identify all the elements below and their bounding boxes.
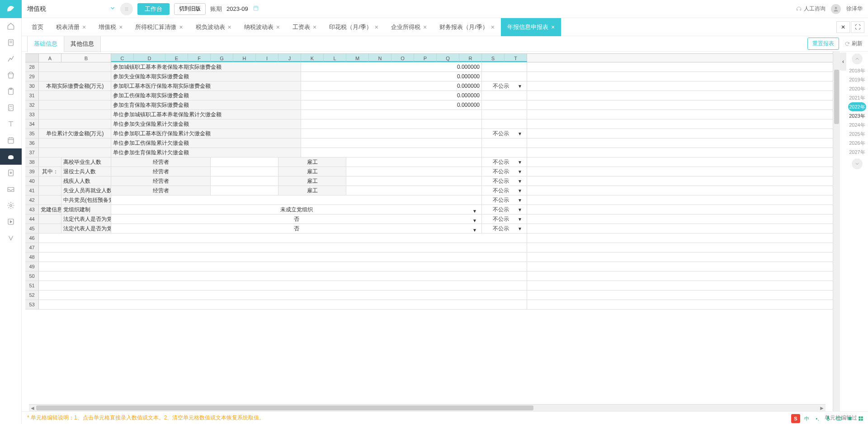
year-2020年[interactable]: 2020年 (848, 84, 866, 93)
tab-close-icon[interactable]: × (276, 24, 280, 31)
cell[interactable] (39, 195, 61, 205)
cell[interactable]: 不公示 ▼ (482, 157, 527, 167)
cell[interactable] (346, 186, 482, 195)
cell[interactable]: 0.000000 (301, 91, 482, 100)
list-icon[interactable] (120, 3, 133, 15)
cell[interactable] (346, 157, 482, 167)
nav-settings-icon[interactable] (0, 197, 22, 214)
col-header-F[interactable]: F (188, 54, 211, 62)
cell[interactable] (482, 100, 527, 110)
cell[interactable]: 雇工 (278, 157, 346, 167)
row-header[interactable]: 28 (25, 62, 39, 71)
cell[interactable]: 不公示 ▼ (482, 205, 527, 214)
col-header-Q[interactable]: Q (437, 54, 459, 62)
cell[interactable]: 高校毕业生人数 (61, 157, 111, 167)
col-header-O[interactable]: O (392, 54, 414, 62)
year-2026年[interactable]: 2026年 (848, 138, 866, 148)
cell[interactable] (39, 100, 111, 110)
row-header[interactable]: 34 (25, 119, 39, 129)
subtab-basic[interactable]: 基础信息 (27, 36, 64, 52)
horizontal-scrollbar[interactable]: ◄ ► (29, 404, 826, 411)
cell[interactable] (346, 167, 482, 176)
cell[interactable]: 残疾人人数 (61, 176, 111, 186)
cell[interactable]: 失业人员再就业人数 (61, 186, 111, 195)
cell[interactable] (301, 138, 482, 148)
ime-mic-icon[interactable] (824, 414, 833, 423)
cell[interactable] (39, 252, 527, 262)
cell[interactable]: 单位参加职工基本医疗保险累计欠缴金额 (111, 129, 301, 138)
cell[interactable] (482, 62, 527, 71)
nav-clipboard-icon[interactable] (0, 83, 22, 100)
nav-text-icon[interactable] (0, 116, 22, 132)
cell[interactable] (482, 119, 527, 129)
switch-old-button[interactable]: 切到旧版 (174, 3, 206, 15)
cell[interactable] (482, 91, 527, 100)
tab-8[interactable]: 企业所得税× (385, 18, 433, 36)
cell[interactable]: 不公示 ▼ (482, 176, 527, 186)
col-header-T[interactable]: T (505, 54, 527, 62)
row-header[interactable]: 47 (25, 243, 39, 252)
cell[interactable]: 参加职工基本医疗保险本期实际缴费金额 (111, 81, 301, 91)
tab-close-icon[interactable]: × (179, 24, 183, 31)
row-header[interactable]: 46 (25, 233, 39, 243)
row-header[interactable]: 48 (25, 252, 39, 262)
cell[interactable] (39, 91, 111, 100)
row-header[interactable]: 53 (25, 300, 39, 309)
year-2024年[interactable]: 2024年 (848, 120, 866, 129)
cell[interactable]: 参加失业保险本期实际缴费金额 (111, 72, 301, 81)
subtab-other[interactable]: 其他信息 (64, 36, 101, 52)
cell[interactable] (346, 176, 482, 186)
cell[interactable]: 不公示 ▼ (482, 214, 527, 224)
nav-home-icon[interactable] (0, 18, 22, 34)
cell[interactable] (39, 157, 61, 167)
tab-4[interactable]: 税负波动表× (189, 18, 238, 36)
row-header[interactable]: 40 (25, 176, 39, 186)
tab-close-icon[interactable]: × (82, 24, 86, 31)
cell[interactable] (39, 262, 527, 271)
cell[interactable] (482, 110, 527, 119)
tab-close-icon[interactable]: × (375, 24, 378, 31)
consult-link[interactable]: 人工咨询 (796, 5, 826, 13)
cell[interactable] (39, 224, 61, 233)
row-header[interactable]: 30 (25, 81, 39, 91)
year-2018年[interactable]: 2018年 (848, 66, 866, 75)
nav-doc-icon[interactable] (0, 34, 22, 51)
col-header-K[interactable]: K (301, 54, 324, 62)
col-header-H[interactable]: H (233, 54, 256, 62)
nav-bag-icon[interactable] (0, 67, 22, 83)
col-header-N[interactable]: N (369, 54, 392, 62)
row-header[interactable]: 50 (25, 272, 39, 281)
tab-close-icon[interactable]: × (313, 24, 316, 31)
cell[interactable]: 雇工 (278, 176, 346, 186)
col-header-S[interactable]: S (482, 54, 505, 62)
row-header[interactable]: 31 (25, 91, 39, 100)
cell[interactable] (39, 291, 527, 300)
vertical-scrollbar[interactable] (833, 52, 840, 411)
col-header-J[interactable]: J (278, 54, 301, 62)
year-2025年[interactable]: 2025年 (848, 129, 866, 138)
cell[interactable] (111, 195, 482, 205)
tab-1[interactable]: 税表清册× (50, 18, 92, 36)
cell[interactable]: 不公示 ▼ (482, 195, 527, 205)
tab-close-icon[interactable]: × (551, 24, 555, 31)
tab-close-icon[interactable]: × (491, 24, 495, 31)
cell[interactable]: 不公示 ▼ (482, 224, 527, 233)
cell[interactable] (301, 129, 482, 138)
cell[interactable]: 本期实际缴费金额(万元) (39, 81, 111, 91)
cell[interactable]: 不公示 ▼ (482, 81, 527, 91)
cell[interactable] (39, 281, 527, 290)
tab-expand[interactable]: ⛶ (851, 21, 864, 33)
cell[interactable]: 党组织建制 (61, 205, 111, 214)
col-header-I[interactable]: I (256, 54, 278, 62)
tab-6[interactable]: 工资表× (286, 18, 323, 36)
reset-button[interactable]: 重置报表 (807, 38, 839, 50)
col-header-R[interactable]: R (459, 54, 482, 62)
tab-9[interactable]: 财务报表（月/季）× (433, 18, 501, 36)
cell[interactable] (482, 72, 527, 81)
row-header[interactable]: 42 (25, 195, 39, 205)
col-header-P[interactable]: P (414, 54, 437, 62)
cell[interactable]: 0.000000 (301, 81, 482, 91)
cell[interactable] (39, 110, 111, 119)
cell[interactable] (39, 186, 61, 195)
cell[interactable]: 否▼ (111, 224, 482, 233)
